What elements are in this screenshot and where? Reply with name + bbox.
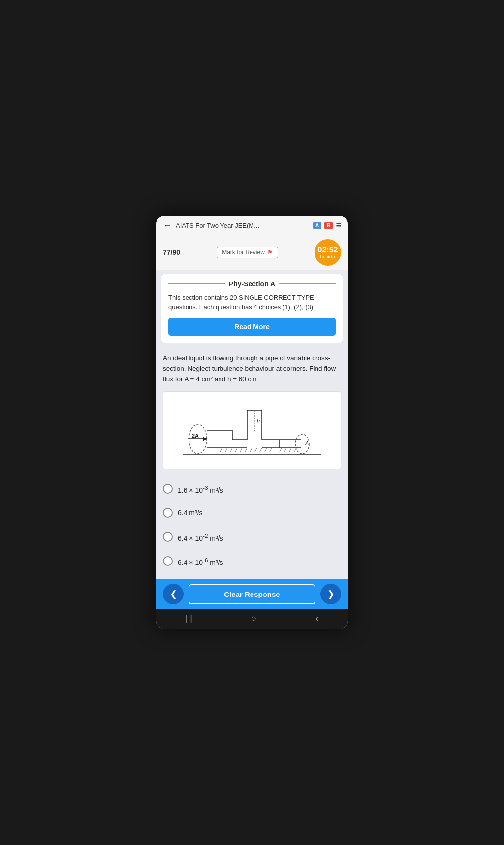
svg-line-22 <box>225 448 227 452</box>
option-item-c[interactable]: 6.4 × 10-2 m³/s <box>163 525 341 549</box>
radio-c[interactable] <box>163 532 173 542</box>
svg-line-26 <box>245 448 247 452</box>
option-item-b[interactable]: 6.4 m³/s <box>163 501 341 525</box>
bottom-nav: ❮ Clear Response ❯ <box>156 579 348 609</box>
menu-icon[interactable]: ≡ <box>336 220 341 231</box>
svg-line-23 <box>230 448 232 452</box>
radio-a[interactable] <box>163 484 173 494</box>
svg-line-30 <box>265 448 267 452</box>
pipe-diagram: 2A h <box>163 391 341 469</box>
system-nav: ||| ○ ‹ <box>156 609 348 629</box>
question-number: 77/90 <box>163 249 180 256</box>
svg-text:A: A <box>305 440 309 446</box>
top-bar-title: AIATS For Two Year JEE(M... <box>176 222 259 229</box>
svg-text:h: h <box>257 418 260 424</box>
svg-line-27 <box>250 448 252 452</box>
next-icon: ❯ <box>327 589 335 599</box>
prev-button[interactable]: ❮ <box>163 584 184 604</box>
back-sys-btn[interactable]: ||| <box>186 613 192 624</box>
radio-d[interactable] <box>163 556 173 566</box>
top-bar: ← AIATS For Two Year JEE(M... A R ≡ <box>156 216 348 235</box>
option-text-d: 6.4 × 10-6 m³/s <box>178 557 223 566</box>
svg-line-31 <box>270 448 272 452</box>
question-header: 77/90 Mark for Review ⚑ 02:52 hr min <box>156 235 348 270</box>
back-arrow-icon[interactable]: ← <box>163 220 172 231</box>
svg-line-33 <box>284 448 286 452</box>
section-description: This section contains 20 SINGLE CORRECT … <box>168 293 336 312</box>
option-text-a: 1.6 × 10-3 m³/s <box>178 484 223 494</box>
svg-line-34 <box>289 448 291 452</box>
option-item-a[interactable]: 1.6 × 10-3 m³/s <box>163 477 341 501</box>
main-content: An ideal liquid is flowing through a pip… <box>156 347 348 579</box>
option-text-c: 6.4 × 10-2 m³/s <box>178 532 223 542</box>
mark-review-button[interactable]: Mark for Review ⚑ <box>217 247 278 258</box>
prev-icon: ❮ <box>170 589 177 599</box>
svg-line-28 <box>255 448 257 452</box>
option-text-b: 6.4 m³/s <box>178 509 203 517</box>
phone-frame: ← AIATS For Two Year JEE(M... A R ≡ 77/9… <box>156 216 348 630</box>
svg-line-25 <box>240 448 242 452</box>
section-title: Phy-Section A <box>229 280 275 288</box>
badge-a: A <box>313 222 321 229</box>
badge-r: R <box>324 222 333 229</box>
flag-icon: ⚑ <box>267 249 273 256</box>
radio-b[interactable] <box>163 508 173 518</box>
timer-circle: 02:52 hr min <box>315 239 341 266</box>
option-item-d[interactable]: 6.4 × 10-6 m³/s <box>163 549 341 573</box>
options-list: 1.6 × 10-3 m³/s 6.4 m³/s 6.4 × 10-2 m³/s… <box>163 477 341 573</box>
svg-text:2A: 2A <box>192 433 199 438</box>
section-line-right <box>279 283 336 284</box>
question-text: An ideal liquid is flowing through a pip… <box>163 353 341 385</box>
next-button[interactable]: ❯ <box>320 584 341 604</box>
top-bar-left: ← AIATS For Two Year JEE(M... <box>163 220 259 231</box>
section-line-left <box>168 283 225 284</box>
home-sys-btn[interactable]: ○ <box>252 613 257 624</box>
read-more-button[interactable]: Read More <box>168 318 336 336</box>
section-box: Phy-Section A This section contains 20 S… <box>161 274 343 343</box>
timer-label: hr min <box>320 254 335 259</box>
mark-review-label: Mark for Review <box>222 249 265 256</box>
top-bar-right: A R ≡ <box>313 220 341 231</box>
svg-line-35 <box>294 448 296 452</box>
pipe-svg: 2A h <box>183 396 321 465</box>
clear-response-button[interactable]: Clear Response <box>189 584 315 604</box>
section-title-row: Phy-Section A <box>168 280 336 288</box>
svg-line-29 <box>260 448 262 452</box>
svg-line-21 <box>220 448 222 452</box>
recent-sys-btn[interactable]: ‹ <box>315 613 318 624</box>
svg-line-24 <box>235 448 237 452</box>
timer-time: 02:52 <box>318 246 338 254</box>
svg-line-32 <box>280 448 282 452</box>
